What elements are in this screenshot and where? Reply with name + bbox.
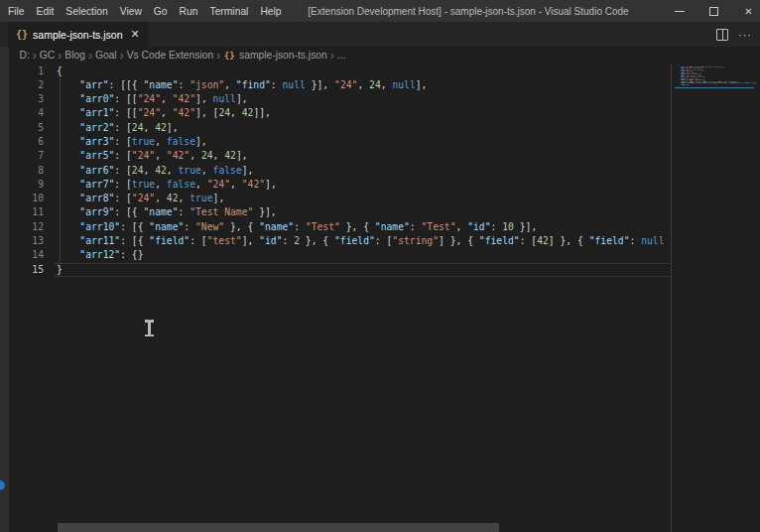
minimap[interactable]: { "arr": [[{ "name": "json", "find": nul… bbox=[678, 65, 760, 87]
line-number: 11 bbox=[0, 205, 44, 219]
code-line: 7 "arr5": ["24", "42", 24, 42], bbox=[0, 149, 671, 163]
code-line: 5 "arr2": [24, 42], bbox=[0, 121, 671, 135]
title-bar: FileEditSelectionViewGoRunTerminalHelp [… bbox=[0, 0, 760, 22]
code-area[interactable]: 1{2 "arr": [[{ "name": "json", "find": n… bbox=[0, 65, 671, 532]
menu-view[interactable]: View bbox=[114, 0, 148, 22]
window-title: [Extension Development Host] - sample-js… bbox=[288, 6, 649, 17]
chevron-right-icon: › bbox=[330, 51, 334, 61]
code-line: 8 "arr6": [24, 42, true, false], bbox=[0, 164, 671, 178]
line-number: 15 bbox=[0, 263, 44, 277]
more-actions-icon[interactable]: ··· bbox=[738, 29, 752, 41]
breadcrumb-item[interactable]: Blog bbox=[64, 50, 85, 61]
menu-help[interactable]: Help bbox=[254, 0, 287, 22]
breadcrumb-item[interactable]: ... bbox=[337, 50, 346, 61]
menu-run[interactable]: Run bbox=[174, 0, 204, 22]
menu-edit[interactable]: Edit bbox=[31, 0, 61, 22]
chevron-right-icon: › bbox=[88, 51, 92, 61]
line-number: 1 bbox=[0, 65, 44, 78]
line-number: 2 bbox=[0, 78, 44, 92]
close-icon[interactable]: ✕ bbox=[731, 0, 760, 22]
line-number: 4 bbox=[0, 106, 44, 120]
maximize-icon[interactable] bbox=[697, 0, 731, 22]
line-number: 8 bbox=[0, 164, 44, 178]
code-line: 13 "arr11": [{ "field": ["test"], "id": … bbox=[0, 234, 671, 248]
horizontal-scrollbar[interactable] bbox=[58, 523, 499, 532]
menu-selection[interactable]: Selection bbox=[60, 0, 113, 22]
code-line: 6 "arr3": [true, false], bbox=[0, 135, 671, 149]
editor[interactable]: 1{2 "arr": [[{ "name": "json", "find": n… bbox=[0, 64, 760, 532]
menu-terminal[interactable]: Terminal bbox=[203, 0, 254, 22]
line-number: 6 bbox=[0, 135, 44, 149]
line-number: 12 bbox=[0, 220, 44, 234]
code-line: 1{ bbox=[0, 65, 671, 78]
json-file-icon: {} bbox=[224, 51, 235, 61]
minimize-icon[interactable] bbox=[662, 0, 697, 22]
chevron-right-icon: › bbox=[58, 51, 62, 61]
chevron-right-icon: › bbox=[120, 51, 124, 61]
line-number: 3 bbox=[0, 92, 44, 106]
breadcrumb-item[interactable]: D: bbox=[20, 50, 30, 61]
tab-sample-json-ts[interactable]: {} sample-json-ts.json ✕ bbox=[8, 22, 148, 47]
minimap-current-line bbox=[675, 87, 754, 88]
json-file-icon: {} bbox=[16, 29, 28, 40]
breadcrumb: D:›GC›Blog›Goal›Vs Code Extension›{}samp… bbox=[0, 47, 760, 64]
menu-file[interactable]: File bbox=[2, 0, 31, 22]
menu-bar: FileEditSelectionViewGoRunTerminalHelp bbox=[0, 0, 288, 22]
line-number: 13 bbox=[0, 234, 44, 248]
line-number: 5 bbox=[0, 121, 44, 135]
split-editor-icon[interactable] bbox=[716, 29, 728, 41]
code-line: 9 "arr7": [true, false, "24", "42"], bbox=[0, 178, 671, 192]
breadcrumb-item[interactable]: Goal bbox=[95, 50, 117, 61]
window-controls: ✕ bbox=[662, 0, 760, 22]
breadcrumb-item[interactable]: sample-json-ts.json bbox=[239, 50, 327, 61]
code-line: 4 "arr1": [["24", "42"], [24, 42]], bbox=[0, 106, 671, 120]
code-line: 12 "arr10": [{ "name": "New" }, { "name"… bbox=[0, 220, 671, 234]
code-line: 14 "arr12": {} bbox=[0, 248, 671, 262]
indent-guide bbox=[60, 78, 61, 263]
code-line: "arr11": [{ "field": ["test"], "id": 2 }… bbox=[678, 82, 760, 84]
chevron-right-icon: › bbox=[33, 51, 37, 61]
editor-minimap-divider bbox=[671, 64, 672, 532]
code-line: 10 "arr8": ["24", 42, true], bbox=[0, 192, 671, 205]
breadcrumb-item[interactable]: GC bbox=[40, 50, 55, 61]
breadcrumb-item[interactable]: Vs Code Extension bbox=[127, 50, 214, 61]
line-number: 7 bbox=[0, 149, 44, 163]
code-line: 2 "arr": [[{ "name": "json", "find": nul… bbox=[0, 78, 671, 92]
line-number: 9 bbox=[0, 178, 44, 192]
tab-label: sample-json-ts.json bbox=[33, 29, 122, 41]
chevron-right-icon: › bbox=[216, 51, 220, 61]
tab-close-icon[interactable]: ✕ bbox=[131, 28, 140, 41]
text-cursor bbox=[144, 320, 155, 336]
code-line: 11 "arr9": [{ "name": "Test Name" }], bbox=[0, 205, 671, 219]
current-line-highlight bbox=[54, 263, 671, 278]
tab-bar: {} sample-json-ts.json ✕ ··· bbox=[0, 22, 760, 47]
line-number: 14 bbox=[0, 248, 44, 262]
code-line: 3 "arr0": [["24", "42"], null], bbox=[0, 92, 671, 106]
line-number: 10 bbox=[0, 192, 44, 205]
menu-go[interactable]: Go bbox=[148, 0, 174, 22]
